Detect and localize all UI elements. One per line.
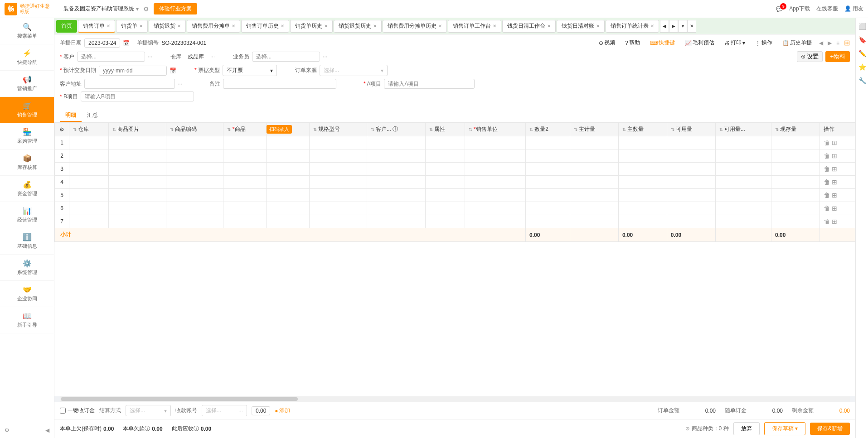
horizontal-scrollbar[interactable] bbox=[60, 396, 850, 402]
row-delete-icon[interactable]: 🗑 bbox=[824, 139, 830, 146]
row-copy-icon[interactable]: ⊞ bbox=[832, 205, 837, 212]
tab-close-sales-order-history[interactable]: ✕ bbox=[281, 24, 284, 29]
tab-order-workbench[interactable]: 销售订单工作台 ✕ bbox=[448, 20, 501, 33]
calendar-icon[interactable]: 📅 bbox=[123, 40, 130, 46]
sidebar-item-guide[interactable]: 📖 新手引导 bbox=[0, 307, 54, 333]
a-project-input[interactable] bbox=[384, 79, 475, 89]
row-delete-icon[interactable]: 🗑 bbox=[824, 152, 830, 159]
salesperson-input[interactable] bbox=[252, 52, 320, 62]
tab-prev-btn[interactable]: ◀ bbox=[660, 20, 669, 33]
col-attribute[interactable]: ⇅ 属性 bbox=[425, 123, 465, 136]
tab-return-history[interactable]: 销货退货历史 ✕ bbox=[334, 20, 382, 33]
tab-cash-workbench[interactable]: 钱货日清工作台 ✕ bbox=[502, 20, 556, 33]
sidebar-item-basic-info[interactable]: ℹ️ 基础信息 bbox=[0, 228, 54, 255]
tab-next-btn[interactable]: ▶ bbox=[669, 20, 678, 33]
print-btn[interactable]: 🖨 打印 ▾ bbox=[722, 38, 748, 48]
tab-sales-return[interactable]: 销货退货 ✕ bbox=[149, 20, 186, 33]
tab-close-order-workbench[interactable]: ✕ bbox=[493, 24, 496, 29]
col-stock[interactable]: ⇅ 现存量 bbox=[771, 123, 820, 136]
tab-close-sales-expense[interactable]: ✕ bbox=[232, 24, 235, 29]
grid-view-icon[interactable]: ⊞ bbox=[844, 39, 850, 47]
tab-more-btn[interactable]: ▾ bbox=[678, 20, 687, 33]
remark-input[interactable] bbox=[223, 79, 336, 89]
account-select[interactable]: 选择... ··· bbox=[202, 405, 247, 416]
col-unit[interactable]: ⇅ *销售单位 bbox=[465, 123, 526, 136]
tab-home[interactable]: 首页 bbox=[56, 20, 77, 33]
delivery-date-input[interactable] bbox=[99, 66, 167, 76]
profit-btn[interactable]: 📈 毛利预估 bbox=[682, 38, 717, 48]
row-copy-icon[interactable]: ⊞ bbox=[832, 218, 837, 225]
shortcut-btn[interactable]: ⌨ 快捷键 bbox=[647, 38, 678, 48]
row-delete-icon[interactable]: 🗑 bbox=[824, 192, 830, 199]
tab-close-sales-order[interactable]: ✕ bbox=[107, 24, 110, 29]
right-icon-1[interactable]: ⬜ bbox=[856, 20, 868, 33]
sidebar-item-marketing[interactable]: 📢 营销推广 bbox=[0, 71, 54, 97]
sidebar-item-purchase[interactable]: 🏪 采购管理 bbox=[0, 123, 54, 149]
col-code[interactable]: ⇅ 商品编码 bbox=[166, 123, 223, 136]
col-main-unit[interactable]: ⇅ 主计量 bbox=[570, 123, 619, 136]
tab-close-expense-history[interactable]: ✕ bbox=[438, 24, 442, 29]
col-scan[interactable]: 扫码录入 bbox=[267, 123, 310, 136]
sidebar-item-enterprise[interactable]: 🤝 企业协同 bbox=[0, 281, 54, 307]
settings-btn[interactable]: ⊙ 设置 bbox=[797, 51, 823, 62]
address-more-btn[interactable]: ··· bbox=[178, 81, 182, 87]
row-copy-icon[interactable]: ⊞ bbox=[832, 178, 837, 186]
row-delete-icon[interactable]: 🗑 bbox=[824, 165, 830, 173]
col-image[interactable]: ⇅ 商品图片 bbox=[108, 123, 166, 136]
one-click-checkbox[interactable] bbox=[60, 408, 66, 414]
scan-input-btn[interactable]: 扫码录入 bbox=[267, 125, 292, 134]
add-product-btn[interactable]: +物料 bbox=[825, 51, 850, 62]
sidebar-item-finance[interactable]: 💰 资金管理 bbox=[0, 176, 54, 202]
app-download[interactable]: App下载 bbox=[789, 5, 810, 13]
online-support[interactable]: 在线客服 bbox=[816, 5, 838, 13]
b-project-input[interactable] bbox=[81, 91, 194, 101]
row-delete-icon[interactable]: 🗑 bbox=[824, 178, 830, 186]
discard-btn[interactable]: 放弃 bbox=[733, 422, 760, 435]
right-icon-5[interactable]: 🔧 bbox=[856, 74, 868, 87]
tab-sales-slip[interactable]: 销货单 ✕ bbox=[116, 20, 148, 33]
col-available[interactable]: ⇅ 可用量 bbox=[667, 123, 715, 136]
detail-tab-mingxi[interactable]: 明细 bbox=[60, 110, 82, 122]
col-customer-code[interactable]: ⇅ 客户... ⓘ bbox=[367, 123, 425, 136]
sidebar-item-inventory[interactable]: 📦 库存核算 bbox=[0, 149, 54, 176]
col-warehouse[interactable]: ⇅ 仓库 bbox=[69, 123, 109, 136]
tab-close-sales-slip-history[interactable]: ✕ bbox=[324, 24, 328, 29]
message-icon[interactable]: 💬 9 bbox=[776, 6, 783, 12]
tab-sales-stats[interactable]: 销售订单统计表 ✕ bbox=[606, 20, 659, 33]
sidebar-settings-icon[interactable]: ⚙ bbox=[5, 427, 10, 433]
tab-close-sales-stats[interactable]: ✕ bbox=[650, 24, 654, 29]
tab-close-cash-reconcile[interactable]: ✕ bbox=[596, 24, 600, 29]
sidebar-item-quick-nav[interactable]: ⚡ 快捷导航 bbox=[0, 44, 54, 71]
right-icon-2[interactable]: 🔖 bbox=[856, 34, 868, 46]
customer-input[interactable] bbox=[77, 52, 145, 62]
detail-tab-huizong[interactable]: 汇总 bbox=[82, 110, 103, 122]
invoice-type-select[interactable]: 不开票 ▾ bbox=[223, 65, 277, 76]
row-delete-icon[interactable]: 🗑 bbox=[824, 205, 830, 212]
tab-close-return-history[interactable]: ✕ bbox=[373, 24, 377, 29]
col-available2[interactable]: ⇅ 可用量... bbox=[715, 123, 771, 136]
operate-btn[interactable]: ⋮ 操作 bbox=[752, 38, 775, 48]
save-new-btn[interactable]: 保存&新增 bbox=[810, 423, 850, 435]
col-main-qty[interactable]: ⇅ 主数量 bbox=[618, 123, 667, 136]
user-avatar[interactable]: 👤 用友 bbox=[844, 5, 863, 13]
tab-close-sales-return[interactable]: ✕ bbox=[177, 24, 181, 29]
right-icon-4[interactable]: ⭐ bbox=[856, 61, 868, 73]
salesperson-more-btn[interactable]: ··· bbox=[323, 53, 327, 60]
tab-close-cash-workbench[interactable]: ✕ bbox=[547, 24, 551, 29]
tab-expense-history[interactable]: 销售费用分摊单历史 ✕ bbox=[383, 20, 447, 33]
row-delete-icon[interactable]: 🗑 bbox=[824, 218, 830, 225]
warehouse-more-btn[interactable]: ··· bbox=[210, 53, 215, 60]
right-icon-3[interactable]: ✏️ bbox=[856, 47, 868, 60]
sidebar-item-sales[interactable]: 🛒 销售管理 bbox=[0, 97, 54, 123]
sidebar-item-operations[interactable]: 📊 经营管理 bbox=[0, 202, 54, 228]
col-qty2[interactable]: ⇅ 数量2 bbox=[526, 123, 570, 136]
customer-more-btn[interactable]: ··· bbox=[148, 53, 152, 60]
sidebar-item-search[interactable]: 🔍 搜索菜单 bbox=[0, 18, 54, 44]
add-payment-btn[interactable]: ● 添加 bbox=[275, 407, 290, 414]
row-copy-icon[interactable]: ⊞ bbox=[832, 152, 837, 159]
col-spec[interactable]: ⇅ 规格型号 bbox=[309, 123, 367, 136]
settlement-select[interactable]: 选择... ▾ bbox=[126, 405, 171, 416]
row-copy-icon[interactable]: ⊞ bbox=[832, 192, 837, 199]
sidebar-item-system[interactable]: ⚙️ 系统管理 bbox=[0, 255, 54, 281]
tab-close-sales-slip[interactable]: ✕ bbox=[139, 24, 143, 29]
